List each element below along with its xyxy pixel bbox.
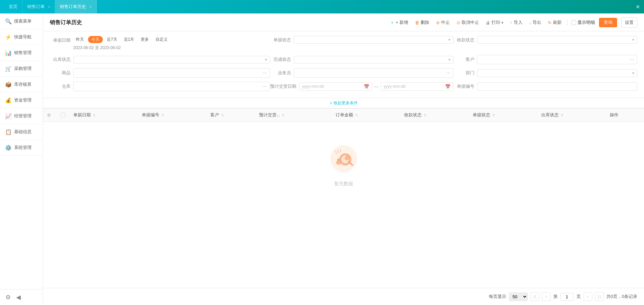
col-expected-date[interactable]: 预计交货... ⇅: [255, 109, 332, 122]
sidebar-item-finance-mgmt[interactable]: 💰 资金管理: [0, 92, 43, 108]
sidebar-item-ops-mgmt[interactable]: 📈 经营管理: [0, 108, 43, 124]
sidebar-settings-icon[interactable]: ⚙: [5, 294, 11, 301]
tab-sales-order[interactable]: 销售订单 ×: [23, 0, 55, 13]
col-receipt-status[interactable]: 收款状态 ⇅: [400, 109, 469, 122]
col-order-no[interactable]: 单据编号 ⇅: [138, 109, 206, 122]
date-tab-1month[interactable]: 近1月: [121, 36, 137, 43]
out-status-select[interactable]: ▾: [73, 56, 270, 64]
col-date-sort-icon[interactable]: ⇅: [93, 113, 95, 117]
sidebar-collapse-icon[interactable]: ◀: [16, 294, 21, 301]
col-amount-sort-icon[interactable]: ⇅: [355, 113, 358, 117]
sidebar-item-basic-info[interactable]: 📋 基础信息: [0, 124, 43, 140]
first-page-btn[interactable]: ⟨⟨: [530, 292, 539, 301]
col-checkbox[interactable]: [56, 109, 69, 122]
pagination: 每页显示 50 10 20 100 ⟨⟨ ＜ 第 页 ＞ ⟩⟩ 共0页，0条记录: [43, 288, 644, 305]
date-tab-custom[interactable]: 自定义: [153, 36, 170, 43]
goods-dots-icon[interactable]: ···: [263, 70, 267, 76]
col-customer-sort-icon[interactable]: ⇅: [221, 113, 224, 117]
sidebar-item-sales-mgmt[interactable]: 📊 销售管理: [0, 45, 43, 61]
warehouse-input[interactable]: ···: [73, 82, 270, 91]
prev-page-btn[interactable]: ＜: [542, 292, 551, 301]
cancel-stop-button[interactable]: ⊙ 取消中止: [455, 20, 480, 26]
col-date-label: 单据日期: [73, 112, 91, 117]
calendar-end-icon[interactable]: 📅: [445, 84, 450, 89]
export-label: 导出: [532, 20, 541, 26]
date-tab-yesterday[interactable]: 昨天: [73, 36, 87, 43]
calendar-start-icon[interactable]: 📅: [364, 84, 369, 89]
col-order-no-sort-icon[interactable]: ⇅: [161, 113, 164, 117]
search-menu-icon: 🔍: [5, 18, 11, 24]
tab-sales-order-history-close[interactable]: ×: [89, 5, 91, 9]
next-page-btn[interactable]: ＞: [584, 292, 592, 301]
filter-goods-group: 商品 ···: [50, 68, 270, 78]
sidebar-item-sys-mgmt[interactable]: ⚙️ 系统管理: [0, 140, 43, 156]
col-date[interactable]: 单据日期 ⇅: [69, 109, 138, 122]
order-no-input[interactable]: [477, 82, 637, 91]
salesperson-input[interactable]: ···: [294, 68, 454, 78]
sidebar-item-search-menu[interactable]: 🔍 搜索菜单: [0, 13, 43, 29]
customer-input[interactable]: ···: [477, 55, 637, 64]
delete-button[interactable]: 🗑 删除: [414, 20, 431, 26]
col-order-status-label: 单据状态: [473, 112, 490, 117]
table-settings-icon[interactable]: ⚙: [47, 113, 51, 118]
order-status-select[interactable]: ▾: [294, 36, 454, 44]
filter-receipt-status-group: 收款状态 ▾: [454, 36, 637, 44]
sidebar-item-inventory-calc[interactable]: 📦 库存核算: [0, 77, 43, 92]
tab-sales-order-close[interactable]: ×: [48, 5, 50, 9]
warehouse-dots-icon[interactable]: ···: [263, 83, 267, 89]
date-range-separator: —: [374, 84, 379, 89]
sidebar-item-quick-nav[interactable]: ⚡ 快捷导航: [0, 29, 43, 45]
query-button[interactable]: 查询: [599, 18, 617, 27]
sidebar-item-search-menu-label: 搜索菜单: [14, 18, 32, 24]
date-tab-7days[interactable]: 近7天: [104, 36, 120, 43]
col-expected-date-sort-icon[interactable]: ⇅: [282, 113, 285, 117]
col-order-status[interactable]: 单据状态 ⇅: [469, 109, 537, 122]
display-detail-toggle[interactable]: 显示明细: [571, 20, 595, 26]
select-all-checkbox[interactable]: [60, 113, 65, 117]
tab-home[interactable]: 首页: [4, 0, 23, 13]
salesperson-dots-icon[interactable]: ···: [446, 70, 450, 76]
filter-complete-status-group: 完成状态 ▾: [270, 56, 454, 64]
per-page-select[interactable]: 50 10 20 100: [509, 293, 528, 301]
goods-input[interactable]: ···: [73, 68, 270, 78]
customer-dots-icon[interactable]: ···: [630, 56, 634, 63]
dept-select[interactable]: ▾: [477, 69, 637, 77]
tab-sales-order-history[interactable]: 销售订单历史 ×: [55, 0, 96, 13]
stop-button[interactable]: ⊘ 中止: [435, 20, 451, 26]
col-customer[interactable]: 客户 ⇅: [206, 109, 255, 122]
settings-button[interactable]: 设置: [621, 17, 637, 28]
sidebar-item-inventory-calc-label: 库存核算: [14, 81, 32, 87]
complete-status-select[interactable]: ▾: [294, 56, 454, 64]
col-order-status-sort-icon[interactable]: ⇅: [492, 113, 495, 117]
col-out-status-sort-icon[interactable]: ⇅: [561, 113, 563, 117]
col-order-no-label: 单据编号: [142, 112, 159, 117]
col-amount[interactable]: 订单金额 ⇅: [332, 109, 400, 122]
import-button[interactable]: ↑ 导入: [509, 20, 524, 26]
export-button[interactable]: ↓ 导出: [528, 20, 543, 26]
last-page-btn[interactable]: ⟩⟩: [595, 292, 604, 301]
expected-date-start[interactable]: yyyy-mm-dd 📅: [299, 82, 372, 91]
total-text: 共0页，0条记录: [606, 294, 637, 300]
empty-state: 暂无数据: [43, 122, 644, 207]
delete-label: 删除: [421, 20, 429, 26]
receipt-status-select[interactable]: ▾: [477, 36, 637, 44]
print-button[interactable]: 🖨 打印 ▾: [484, 20, 505, 26]
col-receipt-status-sort-icon[interactable]: ⇅: [424, 113, 426, 117]
print-arrow-icon: ▾: [502, 21, 503, 25]
filter-customer-group: 客户 ···: [454, 55, 637, 64]
expected-date-end[interactable]: yyyy-mm-dd 📅: [381, 82, 454, 91]
filter-row-1: 单据日期 昨天 今天 近7天 近1月 更多 自定义 2023-06-02 至 2…: [50, 36, 637, 51]
display-detail-checkbox[interactable]: [571, 20, 576, 25]
sidebar-item-purchase-mgmt[interactable]: 🛒 采购管理: [0, 61, 43, 77]
page-number-input[interactable]: [560, 293, 574, 301]
window-close-icon[interactable]: ✕: [636, 4, 640, 10]
sys-mgmt-icon: ⚙️: [5, 145, 11, 151]
top-bar: 首页 销售订单 × 销售订单历史 × ✕: [0, 0, 644, 13]
collapse-bar[interactable]: ∧ 收起更多条件: [43, 98, 644, 108]
new-button[interactable]: ＋ + 新增: [389, 20, 410, 26]
col-out-status[interactable]: 出库状态 ⇅: [537, 109, 606, 122]
date-tab-more[interactable]: 更多: [138, 36, 152, 43]
date-tab-today[interactable]: 今天: [88, 36, 103, 43]
col-settings[interactable]: ⚙: [43, 109, 56, 122]
refresh-button[interactable]: ↻ 刷新: [547, 20, 563, 26]
